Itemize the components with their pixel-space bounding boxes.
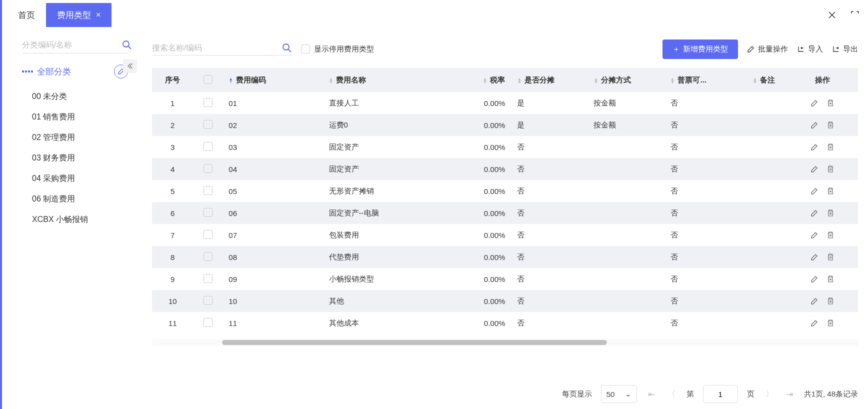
content: 显示停用费用类型 ＋ 新增费用类型 批量操作 导入 导出 bbox=[137, 35, 868, 409]
table-row[interactable]: 909小畅报销类型0.00%否否 bbox=[152, 268, 858, 290]
edit-row-button[interactable] bbox=[810, 253, 818, 261]
col-seq[interactable]: 序号 bbox=[152, 68, 193, 92]
cell-checkbox[interactable] bbox=[193, 158, 222, 180]
horizontal-scrollbar[interactable] bbox=[152, 339, 858, 346]
table-row[interactable]: 606固定资产--电脑0.00%否否 bbox=[152, 202, 858, 224]
cell-checkbox[interactable] bbox=[193, 202, 222, 224]
col-name[interactable]: ▲▼费用名称 bbox=[323, 68, 452, 92]
edit-row-button[interactable] bbox=[810, 297, 818, 305]
checkbox-icon[interactable] bbox=[204, 252, 212, 261]
checkbox-icon[interactable] bbox=[204, 230, 212, 239]
tree-item[interactable]: 02 管理费用 bbox=[32, 128, 128, 148]
next-page-button[interactable]: 〉 bbox=[764, 389, 776, 400]
checkbox-icon[interactable] bbox=[204, 75, 212, 84]
col-general[interactable]: ▲▼普票可... bbox=[664, 68, 747, 92]
table-row[interactable]: 505无形资产摊销0.00%否否 bbox=[152, 180, 858, 202]
col-remark[interactable]: ▲▼备注 bbox=[746, 68, 787, 92]
edit-row-button[interactable] bbox=[810, 99, 818, 107]
checkbox-icon[interactable] bbox=[204, 142, 212, 151]
edit-row-button[interactable] bbox=[810, 275, 818, 283]
checkbox-icon[interactable] bbox=[204, 120, 212, 129]
first-page-button[interactable]: ⇤ bbox=[646, 390, 656, 399]
close-all-icon[interactable] bbox=[825, 8, 839, 22]
edit-row-button[interactable] bbox=[810, 187, 818, 195]
tree-item[interactable]: 00 未分类 bbox=[32, 86, 128, 107]
cell-checkbox[interactable] bbox=[193, 136, 222, 158]
delete-row-button[interactable] bbox=[826, 253, 834, 261]
table-row[interactable]: 404固定资产0.00%否否 bbox=[152, 158, 858, 180]
search-icon[interactable] bbox=[282, 43, 292, 53]
collapse-sidebar-button[interactable] bbox=[123, 59, 137, 73]
delete-row-button[interactable] bbox=[826, 209, 834, 217]
per-page-select[interactable]: 50 ⌄ bbox=[601, 385, 637, 403]
scrollbar-thumb[interactable] bbox=[222, 340, 607, 345]
delete-row-button[interactable] bbox=[826, 165, 834, 173]
col-code[interactable]: ▲▼费用编码 bbox=[222, 68, 322, 92]
table-search-input[interactable] bbox=[152, 44, 282, 52]
table-row[interactable]: 707包装费用0.00%否否 bbox=[152, 224, 858, 246]
delete-row-button[interactable] bbox=[826, 121, 834, 129]
last-page-button[interactable]: ⇥ bbox=[784, 390, 795, 399]
delete-row-button[interactable] bbox=[826, 231, 834, 239]
cell-checkbox[interactable] bbox=[193, 268, 222, 290]
checkbox-icon[interactable] bbox=[204, 318, 212, 327]
table-row[interactable]: 1010其他0.00%否否 bbox=[152, 290, 858, 312]
show-disabled-checkbox[interactable]: 显示停用费用类型 bbox=[301, 44, 374, 54]
batch-button[interactable]: 批量操作 bbox=[747, 44, 788, 54]
checkbox-icon[interactable] bbox=[204, 208, 212, 217]
col-share[interactable]: ▲▼是否分摊 bbox=[511, 68, 588, 92]
checkbox-icon[interactable] bbox=[204, 164, 212, 173]
checkbox-icon[interactable] bbox=[204, 296, 212, 305]
table-row[interactable]: 1111其他成本0.00%否否 bbox=[152, 312, 858, 334]
cell-checkbox[interactable] bbox=[193, 92, 222, 114]
tree-item[interactable]: 06 制造费用 bbox=[32, 189, 128, 210]
edit-row-button[interactable] bbox=[810, 319, 818, 327]
export-button[interactable]: 导出 bbox=[832, 44, 858, 54]
delete-row-button[interactable] bbox=[826, 275, 834, 283]
import-button[interactable]: 导入 bbox=[797, 44, 823, 54]
col-checkbox[interactable] bbox=[193, 68, 222, 92]
col-rate[interactable]: ▲▼税率 bbox=[452, 68, 512, 92]
cell-checkbox[interactable] bbox=[193, 246, 222, 268]
edit-row-button[interactable] bbox=[810, 231, 818, 239]
tab-expense-type[interactable]: 费用类型 × bbox=[46, 3, 112, 27]
tree-item[interactable]: 04 采购费用 bbox=[32, 168, 128, 189]
checkbox-icon[interactable] bbox=[204, 98, 212, 107]
cell-checkbox[interactable] bbox=[193, 180, 222, 202]
edit-row-button[interactable] bbox=[810, 121, 818, 129]
prev-page-button[interactable]: 〈 bbox=[666, 389, 678, 400]
tree-root-all[interactable]: 全部分类 bbox=[22, 64, 128, 78]
col-method[interactable]: ▲▼分摊方式 bbox=[588, 68, 664, 92]
delete-row-button[interactable] bbox=[826, 319, 834, 327]
cell-checkbox[interactable] bbox=[193, 224, 222, 246]
cell-checkbox[interactable] bbox=[193, 312, 222, 334]
close-icon[interactable]: × bbox=[96, 10, 100, 20]
cell-remark bbox=[746, 158, 787, 180]
delete-row-button[interactable] bbox=[826, 143, 834, 151]
tab-home[interactable]: 首页 bbox=[7, 3, 46, 27]
edit-row-button[interactable] bbox=[810, 165, 818, 173]
delete-row-button[interactable] bbox=[826, 99, 834, 107]
cell-name: 直接人工 bbox=[323, 92, 452, 114]
table-row[interactable]: 808代垫费用0.00%否否 bbox=[152, 246, 858, 268]
table-row[interactable]: 303固定资产0.00%否否 bbox=[152, 136, 858, 158]
tree-item[interactable]: 03 财务费用 bbox=[32, 148, 128, 168]
search-icon[interactable] bbox=[122, 40, 132, 50]
expand-icon[interactable] bbox=[848, 8, 862, 22]
delete-row-button[interactable] bbox=[826, 187, 834, 195]
sidebar-search-input[interactable] bbox=[22, 40, 122, 50]
cell-checkbox[interactable] bbox=[193, 290, 222, 312]
delete-row-button[interactable] bbox=[826, 297, 834, 305]
checkbox-icon[interactable] bbox=[204, 186, 212, 195]
table-row[interactable]: 202运费00.00%是按金额否 bbox=[152, 114, 858, 136]
checkbox-icon[interactable] bbox=[204, 274, 212, 283]
cell-checkbox[interactable] bbox=[193, 114, 222, 136]
tree-item[interactable]: XCBX 小畅报销 bbox=[32, 210, 128, 230]
cell-actions bbox=[788, 312, 858, 334]
edit-row-button[interactable] bbox=[810, 209, 818, 217]
table-row[interactable]: 101直接人工0.00%是按金额否 bbox=[152, 92, 858, 114]
edit-row-button[interactable] bbox=[810, 143, 818, 151]
tree-item[interactable]: 01 销售费用 bbox=[32, 107, 128, 128]
page-input[interactable] bbox=[703, 385, 738, 403]
add-expense-button[interactable]: ＋ 新增费用类型 bbox=[662, 40, 738, 59]
